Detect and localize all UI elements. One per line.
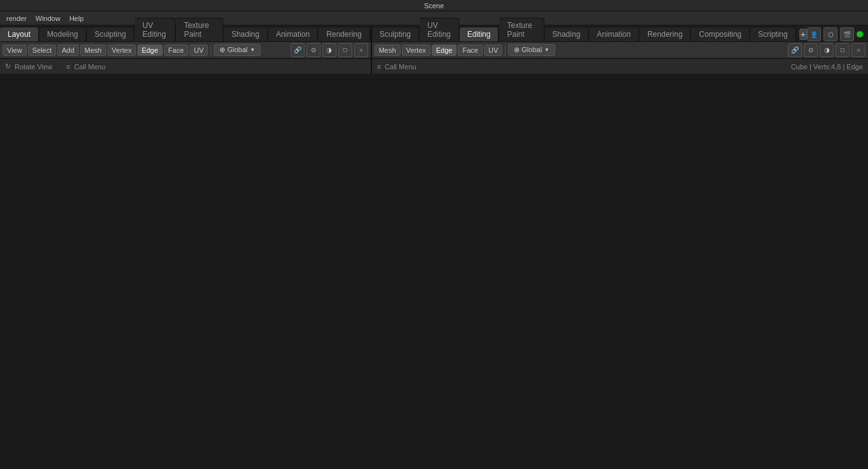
toolbar-edge-right[interactable]: Edge [432, 44, 457, 56]
viewports-container: Layout Modeling Sculpting UV Editing Tex… [0, 25, 868, 74]
right-panel: Sculpting UV Editing Editing Texture Pai… [372, 25, 868, 74]
toolbar-right: Mesh Vertex Edge Face UV ⊕ Global ▼ 🔗 ⊙ … [372, 42, 868, 58]
menu-window[interactable]: Window [32, 13, 64, 24]
workspace-tabs-right: Sculpting UV Editing Editing Texture Pai… [372, 25, 868, 42]
toolbar-vertex-right[interactable]: Vertex [402, 44, 431, 56]
info-label: Cube | Verts:4,8 | Edge [791, 63, 863, 71]
tab-scripting[interactable]: Scripting [750, 27, 796, 41]
proportional-right[interactable]: ⊙ [804, 43, 818, 57]
tab-uv-editing[interactable]: UV Editing [135, 18, 176, 41]
transform-mode-left[interactable]: ⊕ Global ▼ [214, 44, 261, 56]
right-icons-right: 🔗 ⊙ ◑ □ ○ [788, 43, 865, 57]
chevron-down-icon: ▼ [250, 47, 255, 53]
shading-right[interactable]: ○ [851, 43, 865, 57]
call-menu-icon-right: ≡ [377, 63, 381, 71]
top-right-icons: 👤 ⬡ 🎬 [807, 27, 868, 41]
call-menu-label-left: Call Menu [74, 63, 106, 71]
right-icons-left: 🔗 ⊙ ◑ □ ○ [291, 43, 368, 57]
toolbar-uv-left[interactable]: UV [189, 44, 208, 56]
chevron-down-right-icon: ▼ [544, 47, 549, 53]
overlay-icon[interactable]: ◑ [322, 43, 336, 57]
status-bar-left: ↻ Rotate View ≡ Call Menu [0, 58, 371, 74]
left-panel: Layout Modeling Sculpting UV Editing Tex… [0, 25, 372, 74]
render-icon[interactable]: 🎬 [840, 27, 854, 41]
tab-rendering2[interactable]: Rendering [640, 27, 691, 41]
tab-shading[interactable]: Shading [224, 27, 268, 41]
sep2 [505, 44, 506, 56]
tab-modeling[interactable]: Modeling [39, 27, 86, 41]
tab-uv-editing2[interactable]: UV Editing [420, 18, 459, 41]
menu-render[interactable]: render [3, 13, 31, 24]
tab-texture-paint[interactable]: Texture Paint [176, 18, 223, 41]
tab-editing2[interactable]: Editing [460, 27, 499, 41]
shading-wire-icon[interactable]: ○ [354, 43, 368, 57]
xray-icon[interactable]: □ [338, 43, 352, 57]
tab-sculpting2[interactable]: Sculpting [372, 27, 419, 41]
toolbar-left: View Select Add Mesh Vertex Edge Face UV… [0, 42, 371, 58]
sep1 [210, 44, 211, 56]
viewport3d-icon[interactable]: ⬡ [823, 27, 837, 41]
toolbar-view-left[interactable]: View [3, 44, 27, 56]
toolbar-edge-left[interactable]: Edge [137, 44, 163, 56]
status-bar-right: ≡ Call Menu Cube | Verts:4,8 | Edge [372, 58, 868, 74]
tab-rendering[interactable]: Rendering [319, 27, 369, 41]
toolbar-mesh-right[interactable]: Mesh [375, 44, 401, 56]
xray-right[interactable]: □ [836, 43, 850, 57]
rotate-view-label: Rotate View [15, 63, 52, 71]
toolbar-mesh-left[interactable]: Mesh [80, 44, 106, 56]
transform-mode-right-label: ⊕ Global [514, 46, 542, 54]
toolbar-select-left[interactable]: Select [28, 44, 57, 56]
tab-texture-paint2[interactable]: Texture Paint [499, 18, 544, 41]
tab-animation[interactable]: Animation [268, 27, 318, 41]
toolbar-face-left[interactable]: Face [164, 44, 188, 56]
transform-mode-right[interactable]: ⊕ Global ▼ [508, 44, 555, 56]
call-menu-icon-left: ≡ [66, 63, 70, 71]
tab-shading2[interactable]: Shading [545, 27, 589, 41]
call-menu-label-right: Call Menu [385, 63, 417, 71]
title-bar: Scene [0, 0, 868, 11]
snap-icon-right[interactable]: 🔗 [788, 43, 802, 57]
tab-layout[interactable]: Layout [0, 27, 39, 41]
toolbar-uv-right[interactable]: UV [484, 44, 502, 56]
title-text: Scene [424, 2, 444, 10]
tab-compositing[interactable]: Compositing [691, 27, 750, 41]
toolbar-face-right[interactable]: Face [458, 44, 482, 56]
rotate-icon: ↻ [5, 62, 11, 71]
toolbar-add-left[interactable]: Add [57, 44, 79, 56]
tab-animation2[interactable]: Animation [589, 27, 639, 41]
toolbar-vertex-left[interactable]: Vertex [107, 44, 136, 56]
add-workspace-button[interactable]: + [799, 29, 807, 40]
transform-mode-label: ⊕ Global [219, 46, 247, 54]
proportional-edit-icon[interactable]: ⊙ [307, 43, 320, 57]
snap-icon[interactable]: 🔗 [291, 43, 305, 57]
overlay-right[interactable]: ◑ [820, 43, 834, 57]
tab-sculpting[interactable]: Sculpting [87, 27, 134, 41]
workspace-tabs-left: Layout Modeling Sculpting UV Editing Tex… [0, 25, 371, 42]
online-dot [857, 31, 863, 37]
user-icon[interactable]: 👤 [807, 27, 821, 41]
menu-help[interactable]: Help [65, 13, 88, 24]
